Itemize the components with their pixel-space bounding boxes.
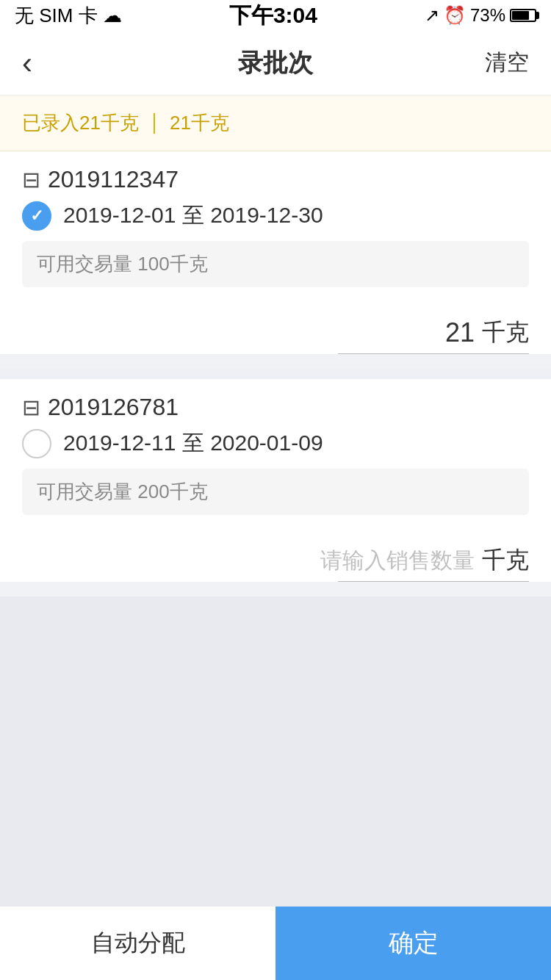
batch-2-input-placeholder: 请输入销售数量 [320, 546, 475, 576]
batch-2-icon: ⊟ [22, 394, 40, 420]
batch-1-underline [338, 353, 529, 354]
batch-1-radio[interactable] [22, 201, 51, 231]
summary-value: 21千克 [170, 110, 229, 136]
batch-1-quantity: 21 [445, 317, 475, 348]
batch-1-header: ⊟ 2019112347 [22, 166, 529, 193]
nav-bar: ‹ 录批次 清空 [0, 31, 551, 96]
batch-2-content: ⊟ 2019126781 2019-12-11 至 2020-01-09 可用交… [0, 379, 551, 582]
batch-1-qty-inner: 21 千克 [0, 302, 551, 353]
status-time: 下午3:04 [229, 1, 317, 31]
batch-2-avail: 可用交易量 200千克 [22, 469, 529, 515]
batch-1-icon: ⊟ [22, 167, 40, 192]
batch-item-1: ⊟ 2019112347 2019-12-01 至 2019-12-30 可用交… [0, 151, 551, 287]
gray-area [0, 597, 551, 934]
batch-1-date: 2019-12-01 至 2019-12-30 [63, 201, 323, 231]
batch-2-id: 2019126781 [48, 394, 179, 421]
section-divider [0, 369, 551, 379]
sim-status: 无 SIM 卡 ☁ [15, 3, 122, 29]
summary-label: 已录入21千克 [22, 110, 139, 136]
batch-2-header: ⊟ 2019126781 [22, 394, 529, 421]
back-button[interactable]: ‹ [22, 46, 66, 81]
alarm-icon: ⏰ [444, 5, 466, 26]
batch-2-unit: 千克 [482, 544, 529, 577]
summary-divider [154, 113, 155, 134]
confirm-button[interactable]: 确定 [276, 907, 551, 980]
batch-list: ⊟ 2019112347 2019-12-01 至 2019-12-30 可用交… [0, 151, 551, 354]
batch-1-id: 2019112347 [48, 166, 179, 193]
batch-1-avail: 可用交易量 100千克 [22, 241, 529, 287]
battery-icon [510, 9, 536, 22]
batch-1-date-row: 2019-12-01 至 2019-12-30 [22, 201, 529, 231]
battery-level: 73% [470, 5, 505, 26]
auto-distribute-button[interactable]: 自动分配 [0, 907, 276, 980]
summary-bar: 已录入21千克 21千克 [0, 96, 551, 151]
status-left: 无 SIM 卡 ☁ [15, 3, 122, 29]
status-right: ↗ ⏰ 73% [425, 5, 536, 26]
location-icon: ↗ [425, 5, 439, 26]
batch-2-radio[interactable] [22, 429, 51, 458]
batch-1-avail-text: 可用交易量 100千克 [37, 253, 208, 275]
batch-2-date: 2019-12-11 至 2020-01-09 [63, 428, 323, 458]
page-title: 录批次 [238, 46, 313, 80]
batch-2-quantity-wrapper: 请输入销售数量 千克 [0, 530, 551, 582]
batch-2-date-row: 2019-12-11 至 2020-01-09 [22, 428, 529, 458]
batch-1-unit: 千克 [482, 317, 529, 349]
batch-item-2: ⊟ 2019126781 2019-12-11 至 2020-01-09 可用交… [0, 379, 551, 515]
batch-2-qty-inner: 请输入销售数量 千克 [0, 530, 551, 581]
batch-1-quantity-wrapper: 21 千克 [0, 302, 551, 354]
batch-2-underline [338, 581, 529, 582]
clear-button[interactable]: 清空 [485, 48, 529, 78]
status-bar: 无 SIM 卡 ☁ 下午3:04 ↗ ⏰ 73% [0, 0, 551, 31]
bottom-bar: 自动分配 确定 [0, 907, 551, 980]
batch-2-avail-text: 可用交易量 200千克 [37, 480, 208, 502]
